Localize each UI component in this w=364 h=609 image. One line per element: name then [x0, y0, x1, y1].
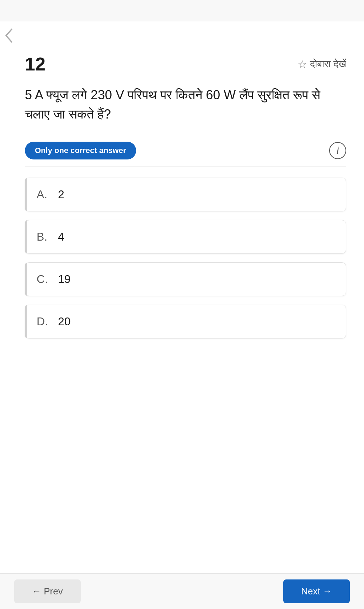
option-d-value: 20 [58, 315, 71, 328]
option-b-value: 4 [58, 230, 64, 243]
bottom-nav: ← Prev Next → [0, 573, 364, 609]
option-d[interactable]: D. 20 [25, 305, 346, 338]
star-icon: ☆ [298, 58, 307, 70]
review-label: दोबारा देखें [310, 58, 346, 70]
top-bar [0, 0, 364, 21]
option-a[interactable]: A. 2 [25, 178, 346, 211]
options-list: A. 2 B. 4 C. 19 D. 20 [25, 178, 346, 338]
divider [25, 167, 346, 167]
back-arrow-button[interactable] [0, 21, 17, 50]
info-icon-button[interactable]: i [329, 142, 346, 159]
option-c-value: 19 [58, 273, 71, 286]
content-area: 12 ☆ दोबारा देखें 5 A फ्यूज लगे 230 V पर… [0, 43, 364, 356]
answer-type-row: Only one correct answer i [25, 142, 346, 159]
answer-type-badge: Only one correct answer [25, 142, 136, 159]
page-container: 12 ☆ दोबारा देखें 5 A फ्यूज लगे 230 V पर… [0, 0, 364, 609]
option-c-label: C. [37, 273, 51, 286]
prev-button[interactable]: ← Prev [14, 579, 81, 603]
question-text: 5 A फ्यूज लगे 230 V परिपथ पर कितने 60 W … [25, 85, 346, 124]
review-button[interactable]: ☆ दोबारा देखें [298, 58, 346, 70]
option-a-label: A. [37, 188, 51, 201]
info-icon-label: i [337, 145, 339, 156]
option-b-label: B. [37, 230, 51, 243]
next-button[interactable]: Next → [283, 579, 350, 603]
option-c[interactable]: C. 19 [25, 262, 346, 296]
question-number: 12 [25, 53, 46, 75]
option-a-value: 2 [58, 188, 64, 201]
option-b[interactable]: B. 4 [25, 220, 346, 254]
question-header: 12 ☆ दोबारा देखें [25, 53, 346, 75]
option-d-label: D. [37, 315, 51, 328]
